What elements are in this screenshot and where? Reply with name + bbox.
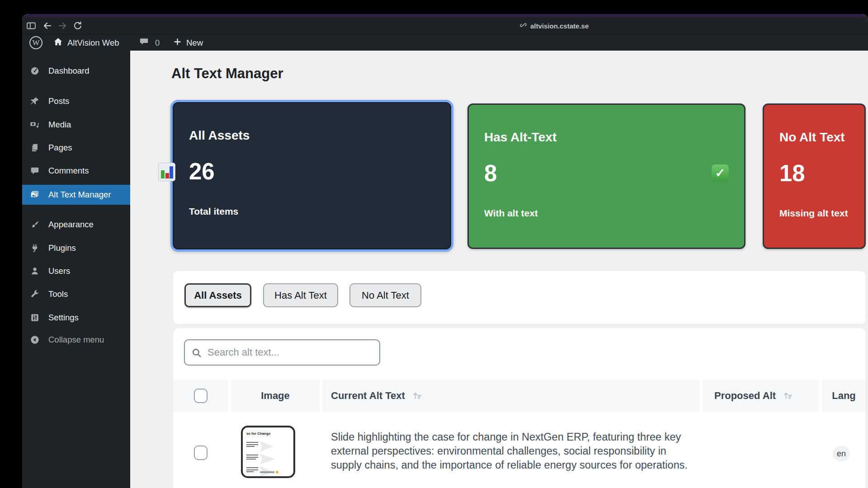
image-stack-icon	[30, 190, 40, 200]
admin-sidebar: Dashboard Posts Media Pages Comments Alt…	[22, 51, 130, 488]
camera-icon	[30, 120, 40, 130]
sidebar-item-label: Tools	[48, 289, 68, 299]
stat-card-all-assets[interactable]: All Assets 26 Total items	[173, 102, 451, 249]
card-value: 8	[484, 160, 497, 187]
card-value: 18	[779, 160, 805, 187]
stat-card-has-alt-text[interactable]: Has Alt-Text 8 With alt text ✓	[467, 103, 745, 249]
current-alt-text: Slide highlighting the case for change i…	[331, 430, 688, 472]
sidebar-item-label: Dashboard	[48, 66, 90, 76]
sidebar-item-label: Appearance	[48, 220, 94, 230]
card-title: No Alt Text	[779, 130, 845, 145]
thumb-chevron	[260, 441, 274, 452]
search-icon	[191, 347, 203, 359]
new-label: New	[186, 38, 203, 48]
page-title: Alt Text Manager	[171, 66, 283, 82]
thumb-chevron	[260, 454, 275, 465]
window-top-strip	[22, 14, 868, 17]
sidebar-item-appearance[interactable]: Appearance	[22, 215, 130, 234]
filter-no-alt-text-button[interactable]: No Alt Text	[349, 283, 421, 307]
browser-toolbar: altvision.cstate.se	[22, 17, 868, 34]
sidebar-item-label: Posts	[48, 96, 69, 106]
bar-chart-icon	[158, 163, 175, 181]
header-proposed-alt[interactable]: Proposed Alt	[703, 380, 819, 412]
search-box	[184, 339, 380, 366]
sidebar-item-label: Users	[48, 266, 70, 276]
sidebar-item-label: Plugins	[48, 243, 76, 253]
sidebar-item-plugins[interactable]: Plugins	[22, 239, 130, 258]
pages-icon	[30, 143, 40, 153]
sidebar-item-pages[interactable]: Pages	[22, 138, 130, 157]
desktop: altvision.cstate.se W AltVision Web 0 Ne…	[0, 0, 868, 488]
site-name: AltVision Web	[67, 38, 119, 48]
sidebar-item-comments[interactable]: Comments	[22, 161, 130, 180]
sidebar-item-label: Media	[48, 120, 71, 130]
person-icon	[30, 266, 40, 276]
wordpress-logo-icon[interactable]: W	[29, 36, 42, 49]
home-icon	[53, 37, 63, 49]
selected-card-ring: All Assets 26 Total items	[170, 100, 453, 252]
thumb-logo-dot	[276, 471, 278, 474]
asset-thumbnail[interactable]: se for Change	[241, 426, 295, 478]
check-mark-icon: ✓	[712, 164, 729, 182]
sidebar-item-alt-text-manager[interactable]: Alt Text Manager	[22, 185, 130, 205]
row-checkbox[interactable]	[194, 446, 208, 460]
thumb-text-block	[246, 467, 258, 474]
link-icon	[519, 21, 527, 31]
comment-icon	[139, 37, 149, 49]
sliders-icon	[30, 313, 40, 323]
thumb-logo	[260, 471, 274, 473]
sort-icon[interactable]	[782, 390, 794, 402]
sidebar-toggle-icon[interactable]	[26, 20, 37, 31]
card-caption: Missing alt text	[779, 208, 848, 219]
assets-table-panel: Image Current Alt Text Proposed Alt Lang…	[173, 328, 866, 488]
sidebar-item-tools[interactable]: Tools	[22, 285, 130, 304]
search-input[interactable]	[208, 342, 375, 363]
comment-bubble-icon	[30, 166, 40, 176]
comments-count: 0	[155, 38, 160, 48]
url-text: altvision.cstate.se	[530, 22, 589, 30]
header-current-alt-text[interactable]: Current Alt Text	[322, 380, 700, 412]
thumbnail-title: se for Change	[246, 432, 270, 436]
plus-icon	[173, 37, 182, 49]
sidebar-item-label: Comments	[48, 166, 89, 176]
reload-icon[interactable]	[72, 20, 83, 31]
sidebar-item-users[interactable]: Users	[22, 262, 130, 281]
card-title: All Assets	[189, 128, 250, 143]
plug-icon	[30, 243, 40, 253]
brush-icon	[30, 220, 40, 230]
sort-icon[interactable]	[411, 390, 423, 402]
sidebar-item-collapse-menu[interactable]: Collapse menu	[22, 330, 130, 349]
pushpin-icon	[30, 96, 40, 106]
card-caption: With alt text	[484, 208, 538, 219]
lang-badge: en	[833, 446, 850, 461]
forward-icon[interactable]	[57, 20, 68, 31]
column-label: Image	[261, 390, 290, 402]
sidebar-item-settings[interactable]: Settings	[22, 308, 130, 327]
wrench-icon	[30, 289, 40, 299]
filter-all-assets-button[interactable]: All Assets	[184, 283, 251, 307]
comments-shortcut[interactable]: 0	[139, 34, 160, 51]
site-menu[interactable]: AltVision Web	[53, 34, 119, 51]
sidebar-item-dashboard[interactable]: Dashboard	[22, 61, 130, 80]
back-icon[interactable]	[42, 20, 53, 31]
main-content: Alt Text Manager All Assets 26 Total ite…	[130, 51, 868, 488]
filter-has-alt-text-button[interactable]: Has Alt Text	[263, 283, 338, 307]
header-lang: Lang	[822, 380, 866, 412]
card-caption: Total items	[189, 206, 238, 217]
thumb-text-block	[246, 442, 258, 448]
address-bar[interactable]: altvision.cstate.se	[519, 20, 589, 32]
sidebar-item-label: Collapse menu	[48, 335, 104, 345]
collapse-arrow-icon	[30, 335, 40, 345]
select-all-checkbox[interactable]	[194, 389, 208, 403]
wp-admin-bar: W AltVision Web 0 New	[22, 34, 868, 51]
header-image: Image	[231, 380, 320, 412]
stat-card-no-alt-text[interactable]: No Alt Text 18 Missing alt text	[763, 103, 866, 249]
sidebar-item-label: Settings	[48, 313, 79, 323]
dashboard-icon	[30, 66, 40, 76]
new-content-button[interactable]: New	[173, 34, 203, 51]
sidebar-item-label: Alt Text Manager	[48, 190, 111, 200]
sidebar-item-posts[interactable]: Posts	[22, 92, 130, 111]
thumb-text-block	[246, 455, 258, 461]
sidebar-item-media[interactable]: Media	[22, 115, 130, 134]
column-label: Proposed Alt	[714, 390, 776, 402]
